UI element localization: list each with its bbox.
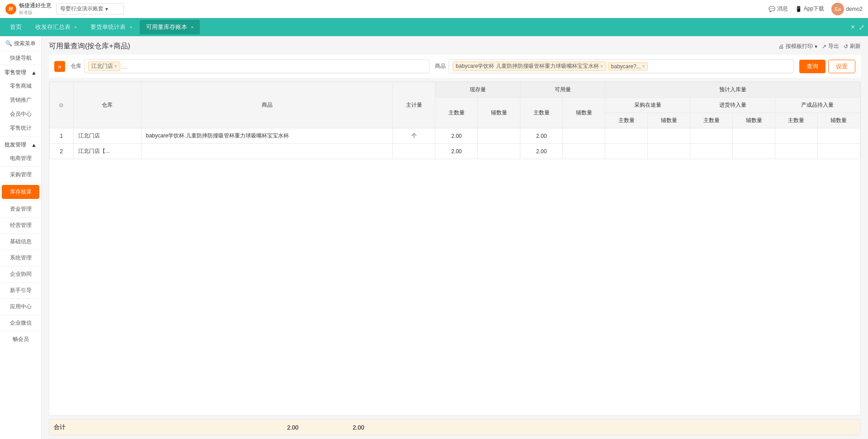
sidebar-item-inventory[interactable]: 库存核算	[2, 185, 39, 199]
divider-10	[0, 298, 41, 299]
logo-icon: 好	[5, 4, 16, 14]
th-available-main: 主数量	[520, 98, 563, 128]
page-header: 可用量查询(按仓库+商品) 🖨 按模板打印 ▾ ↗ 导出 ↺ 刷新	[42, 36, 868, 55]
warehouse-tag-1: 江北门店 ×	[88, 61, 120, 71]
tab-yaohuo[interactable]: 要货单统计表 ×	[84, 20, 138, 34]
sidebar-item-finance[interactable]: 资金管理	[0, 202, 41, 216]
industry-selector[interactable]: 母婴行业演示账套 ▾	[56, 3, 124, 14]
cell-production-main	[775, 128, 817, 144]
filter-dots-warehouse[interactable]: ...	[122, 63, 127, 70]
divider-4	[0, 201, 41, 201]
print-button[interactable]: 🖨 按模板打印 ▾	[778, 42, 817, 50]
cell-purchase-sub	[648, 128, 690, 144]
cell-available-sub	[563, 144, 605, 159]
th-production-main: 主数量	[775, 113, 817, 128]
logo-area: 好 畅捷通好生意 标准版	[5, 2, 52, 16]
close-window-button[interactable]: ×	[851, 23, 855, 31]
divider-3	[0, 183, 41, 183]
th-available-sub: 辅数量	[563, 98, 605, 128]
logo-text-area: 畅捷通好生意 标准版	[19, 2, 52, 16]
sidebar-section-retail-header[interactable]: 零售管理 ▲	[0, 65, 41, 79]
summary-label: 合计	[54, 423, 66, 431]
sidebar-item-app-center[interactable]: 应用中心	[0, 300, 41, 314]
cell-index: 1	[50, 128, 74, 144]
cell-production-sub	[817, 144, 860, 159]
filter-actions: 查询 设置	[799, 60, 855, 73]
cell-current-sub	[478, 144, 520, 159]
tag-close-icon[interactable]: ×	[600, 64, 603, 69]
tag-close-icon[interactable]: ×	[114, 64, 117, 69]
query-button[interactable]: 查询	[799, 60, 826, 73]
tab-home[interactable]: 首页	[4, 20, 28, 34]
search-icon: 🔍	[5, 40, 12, 47]
page-title: 可用量查询(按仓库+商品)	[49, 42, 130, 51]
sidebar-item-operations[interactable]: 经营管理	[0, 218, 41, 232]
cell-arrival-sub	[733, 144, 775, 159]
cell-purchase-sub	[648, 144, 690, 159]
cell-warehouse: 江北门店	[73, 128, 141, 144]
user-menu[interactable]: Ea demo2	[831, 3, 863, 15]
warehouse-input[interactable]: 江北门店 × ...	[84, 59, 429, 73]
divider-6	[0, 233, 41, 234]
th-purchase-sub: 辅数量	[648, 113, 690, 128]
th-warehouse: 仓库	[73, 82, 141, 128]
app-download-button[interactable]: 📱 App下载	[795, 5, 824, 13]
sidebar-section-wholesale-header[interactable]: 批发管理 ▲	[0, 137, 41, 151]
avatar: Ea	[831, 3, 844, 15]
product-tag-2: babycare?... ×	[608, 62, 648, 71]
divider-2	[0, 166, 41, 167]
th-arrival-sub: 辅数量	[733, 113, 775, 128]
cell-available-sub	[563, 128, 605, 144]
expand-button[interactable]: ⤢	[859, 23, 864, 32]
th-purchase-main: 主数量	[605, 113, 648, 128]
cell-current-sub	[478, 128, 520, 144]
message-button[interactable]: 💬 消息	[769, 5, 788, 13]
cell-product: babycare学饮杯 儿童防摔防撞吸管杯重力球吸嘴杯宝宝水杯	[141, 128, 393, 144]
sidebar-item-ecommerce[interactable]: 电商管理	[0, 151, 41, 165]
export-button[interactable]: ↗ 导出	[822, 42, 839, 50]
sidebar-item-membership[interactable]: 会员中心	[0, 107, 41, 121]
sidebar-item-system[interactable]: 系统管理	[0, 251, 41, 265]
divider-1	[0, 136, 41, 137]
sidebar-item-enterprise-collab[interactable]: 企业协同	[0, 267, 41, 281]
refresh-button[interactable]: ↺ 刷新	[844, 42, 861, 50]
sidebar-item-marketing[interactable]: 营销推广	[0, 93, 41, 107]
cell-available-main: 2.00	[520, 144, 563, 159]
close-icon[interactable]: ×	[129, 24, 132, 30]
close-icon[interactable]: ×	[74, 24, 77, 30]
cell-unit: 个	[393, 128, 435, 144]
tab-keyongliang[interactable]: 可用量库存账本 ×	[140, 20, 200, 34]
setting-button[interactable]: 设置	[828, 60, 855, 73]
sidebar-item-retail-stats[interactable]: 零售统计	[0, 121, 41, 135]
top-bar-left: 好 畅捷通好生意 标准版 母婴行业演示账套 ▾	[5, 2, 124, 16]
logo-sub: 标准版	[19, 9, 52, 16]
sidebar-item-retail-store[interactable]: 零售商城	[0, 79, 41, 93]
sidebar-quick-nav[interactable]: 快捷导航	[0, 52, 41, 65]
table-row: 2 江北门店【... 2.00 2.00	[50, 144, 860, 159]
gear-icon[interactable]: ⚙	[59, 102, 64, 109]
tab-shoufacun[interactable]: 收发存汇总表 ×	[29, 20, 83, 34]
sidebar-item-enterprise-wechat[interactable]: 企业微信	[0, 316, 41, 330]
divider-8	[0, 266, 41, 266]
export-icon: ↗	[822, 43, 826, 50]
th-purchase-transit: 采购在途量	[605, 98, 690, 113]
summary-current: 2.00	[287, 424, 298, 431]
cell-production-main	[775, 144, 817, 159]
sidebar-item-new-guide[interactable]: 新手引导	[0, 283, 41, 297]
sidebar-item-purchase[interactable]: 采购管理	[0, 168, 41, 182]
sidebar-item-chang-member[interactable]: 畅会员	[0, 332, 41, 346]
content-area: 可用量查询(按仓库+商品) 🖨 按模板打印 ▾ ↗ 导出 ↺ 刷新	[42, 36, 868, 439]
summary-available: 2.00	[353, 424, 364, 431]
filter-expand-button[interactable]: »	[54, 61, 65, 72]
table-row: 1 江北门店 babycare学饮杯 儿童防摔防撞吸管杯重力球吸嘴杯宝宝水杯 个…	[50, 128, 860, 144]
top-bar: 好 畅捷通好生意 标准版 母婴行业演示账套 ▾ 💬 消息 📱 App下载 Ea …	[0, 0, 868, 18]
tag-close-icon[interactable]: ×	[642, 64, 645, 69]
divider-7	[0, 250, 41, 250]
table-container: ⚙ 仓库 商品 主计量 现存量 可用量 预计入库量 主数量 辅数量 主数量 辅数…	[49, 81, 861, 415]
sidebar-search[interactable]: 🔍 搜索菜单	[0, 36, 41, 52]
sidebar-item-basic-info[interactable]: 基础信息	[0, 235, 41, 249]
close-icon[interactable]: ×	[191, 24, 193, 30]
filter-warehouse-group: 仓库 江北门店 × ...	[71, 59, 429, 73]
product-input[interactable]: babycare学饮杯 儿童防摔防撞吸管杯重力球吸嘴杯宝宝水杯 × babyca…	[448, 59, 794, 73]
cell-index: 2	[50, 144, 74, 159]
